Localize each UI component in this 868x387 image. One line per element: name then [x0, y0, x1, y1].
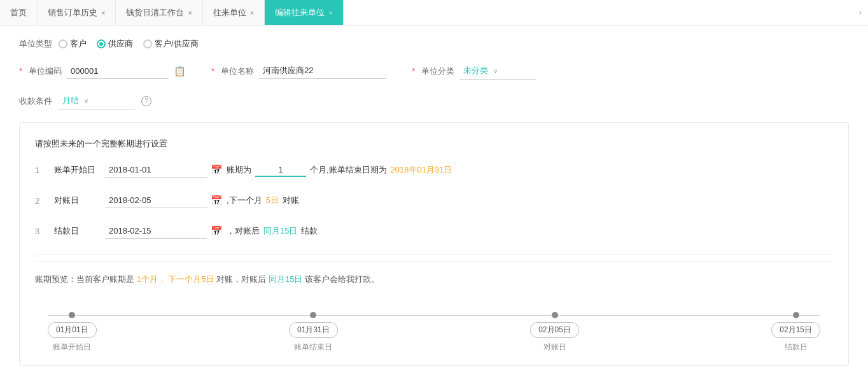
timeline-point-4: 02月15日 结款日: [771, 302, 820, 353]
step-2-row: 2 对账日 📅 ,下一个月 5日 对账: [35, 193, 833, 208]
tabs-bar: 首页 销售订单历史 × 钱货日清工作台 × 往来单位 × 编辑往来单位 × ›: [0, 0, 868, 25]
tab-partner-units[interactable]: 往来单位 ×: [203, 0, 265, 25]
preview-suffix: 该客户会给我打款。: [305, 274, 379, 284]
radio-customer[interactable]: 客户: [59, 38, 87, 50]
tab-cash-ledger[interactable]: 钱货日清工作台 ×: [116, 0, 202, 25]
step-1-end-date: 2018年01月31日: [391, 164, 452, 176]
payment-terms-select[interactable]: 月结 ∨: [59, 92, 135, 109]
unit-type-label: 单位类型: [19, 38, 52, 50]
radio-supplier[interactable]: 供应商: [97, 38, 133, 50]
radio-customer-label: 客户: [70, 38, 87, 50]
step-1-num: 1: [35, 165, 54, 175]
payment-terms-help-icon[interactable]: ?: [141, 96, 151, 106]
unit-code-star: *: [19, 66, 22, 76]
unit-code-input[interactable]: [67, 64, 169, 79]
step-1-content: 📅 账期为 个月,账单结束日期为 2018年01月31日: [105, 162, 833, 178]
step-3-date-input[interactable]: [105, 223, 207, 239]
step-2-prefix: ,下一个月: [227, 195, 262, 206]
unit-category-value: 未分类: [463, 65, 488, 76]
unit-category-group: * 单位分类 未分类 ∨: [412, 62, 536, 80]
step-3-row: 3 结款日 📅 ，对账后 同月15日 结款: [35, 223, 833, 239]
radio-supplier-label: 供应商: [108, 38, 133, 50]
payment-terms-label: 收款条件: [19, 95, 52, 107]
tab-edit-partner-units[interactable]: 编辑往来单位 ×: [265, 0, 343, 25]
step-2-calendar-icon[interactable]: 📅: [211, 195, 223, 206]
timeline-label-1: 账单开始日: [53, 342, 91, 353]
settings-box-title: 请按照未来的一个完整帐期进行设置: [35, 138, 833, 150]
unit-category-star: *: [412, 66, 415, 76]
unit-code-icon[interactable]: 📋: [174, 66, 186, 77]
step-2-content: 📅 ,下一个月 5日 对账: [105, 193, 833, 208]
step-1-row: 1 账单开始日 📅 账期为 个月,账单结束日期为 2018年01月31日: [35, 162, 833, 178]
tab-sales-order-history-close[interactable]: ×: [101, 9, 105, 17]
unit-name-group: * 单位名称: [211, 64, 386, 79]
timeline-dot-2: [310, 312, 316, 318]
preview-text: 账期预览：当前客户账期是 1个月， 下一个月5日 对账，对账后 同月15日 该客…: [35, 272, 833, 286]
main-content: 单位类型 客户 供应商 客户/供应商 * 单位编码 📋 * 单位名称: [0, 25, 868, 387]
divider: [35, 254, 833, 255]
step-3-suffix: 结款: [301, 225, 318, 237]
preview-payment: 同月15日: [269, 274, 302, 284]
timeline-point-1: 01月01日 账单开始日: [48, 302, 97, 353]
unit-type-radio-group: 客户 供应商 客户/供应商: [59, 38, 199, 50]
step-1-period-suffix: 个月,账单结束日期为: [310, 164, 387, 176]
radio-both-label: 客户/供应商: [155, 38, 199, 50]
preview-period: 1个月，: [137, 274, 166, 284]
payment-terms-arrow-icon: ∨: [84, 97, 88, 104]
preview-reconcile: 下一个月5日: [168, 274, 214, 284]
step-1-period-prefix: 账期为: [227, 164, 251, 176]
step-3-label: 结款日: [54, 225, 105, 237]
step-1-label: 账单开始日: [54, 164, 105, 176]
step-1-calendar-icon[interactable]: 📅: [211, 164, 223, 176]
step-2-date-input[interactable]: [105, 193, 207, 208]
tab-partner-units-close[interactable]: ×: [250, 9, 254, 17]
preview-section: 账期预览：当前客户账期是 1个月， 下一个月5日 对账，对账后 同月15日 该客…: [35, 261, 833, 353]
timeline-dot-3: [552, 312, 558, 318]
timeline-dot-4: [793, 312, 799, 318]
timeline-badge-4: 02月15日: [771, 322, 820, 338]
tab-home[interactable]: 首页: [0, 0, 38, 25]
timeline-badge-1: 01月01日: [48, 322, 97, 338]
step-2-num: 2: [35, 196, 54, 206]
unit-code-label: 单位编码: [29, 66, 62, 77]
step-3-content: 📅 ，对账后 同月15日 结款: [105, 223, 833, 239]
tab-home-label: 首页: [10, 7, 27, 18]
step-1-date-input[interactable]: [105, 162, 207, 178]
tab-more-arrow[interactable]: ›: [853, 0, 868, 25]
unit-name-label: 单位名称: [221, 66, 254, 77]
step-3-highlight-day: 同月15日: [263, 225, 297, 237]
timeline-badge-2: 01月31日: [289, 322, 338, 338]
step-2-label: 对账日: [54, 195, 105, 206]
step-3-num: 3: [35, 227, 54, 236]
unit-category-select[interactable]: 未分类 ∨: [459, 62, 536, 80]
unit-type-row: 单位类型 客户 供应商 客户/供应商: [19, 38, 849, 50]
tab-cash-ledger-close[interactable]: ×: [188, 9, 192, 17]
unit-code-group: * 单位编码 📋: [19, 64, 186, 79]
unit-category-arrow-icon: ∨: [493, 67, 498, 74]
step-2-highlight-day: 5日: [266, 195, 279, 206]
tab-edit-partner-units-label: 编辑往来单位: [275, 7, 325, 18]
unit-info-row: * 单位编码 📋 * 单位名称 * 单位分类 未分类 ∨: [19, 62, 849, 80]
unit-category-label: 单位分类: [421, 66, 454, 77]
tab-more-icon: ›: [859, 8, 862, 17]
unit-name-star: *: [211, 66, 214, 76]
tab-sales-order-history[interactable]: 销售订单历史 ×: [38, 0, 116, 25]
preview-label: 账期预览：当前客户账期是: [35, 274, 134, 284]
step-1-period-input[interactable]: [255, 164, 306, 177]
preview-mid: 对账，对账后: [216, 274, 266, 284]
unit-name-input[interactable]: [259, 64, 386, 79]
radio-both-circle: [143, 39, 152, 48]
timeline-label-2: 账单结束日: [294, 342, 332, 353]
timeline-dot-1: [69, 312, 75, 318]
timeline: 01月01日 账单开始日 01月31日 账单结束日 02月05日 对账日: [35, 302, 833, 353]
tab-partner-units-label: 往来单位: [213, 7, 246, 18]
tab-edit-partner-units-close[interactable]: ×: [328, 9, 332, 17]
payment-terms-value: 月结: [62, 95, 79, 106]
timeline-point-3: 02月05日 对账日: [530, 302, 579, 353]
timeline-label-4: 结款日: [785, 342, 808, 353]
step-3-calendar-icon[interactable]: 📅: [211, 225, 223, 237]
radio-supplier-circle: [97, 39, 106, 48]
tab-cash-ledger-label: 钱货日清工作台: [126, 7, 184, 18]
step-3-prefix: ，对账后: [227, 225, 260, 237]
radio-both[interactable]: 客户/供应商: [143, 38, 199, 50]
